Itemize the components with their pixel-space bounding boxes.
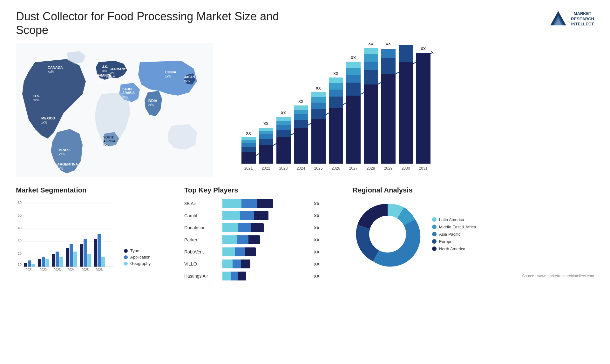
player-name-parker: Parker xyxy=(184,237,219,242)
player-row-3bair: 3B Air XX xyxy=(184,199,343,208)
legend-application-label: Application xyxy=(130,255,151,260)
svg-text:CHINA: CHINA xyxy=(165,70,176,74)
svg-text:xx%: xx% xyxy=(48,70,54,73)
svg-text:CANADA: CANADA xyxy=(48,65,63,69)
svg-text:2022: 2022 xyxy=(40,268,47,272)
svg-rect-47 xyxy=(259,131,273,134)
legend-geography: Geography xyxy=(124,261,151,266)
svg-rect-56 xyxy=(294,128,308,164)
svg-text:ARGENTINA: ARGENTINA xyxy=(57,162,78,166)
svg-text:2031: 2031 xyxy=(419,166,428,171)
svg-text:20: 20 xyxy=(18,252,22,255)
player-value-robovent: XX xyxy=(314,250,319,254)
segmentation-title: Market Segmentation xyxy=(16,186,175,194)
svg-rect-149 xyxy=(222,211,240,220)
svg-text:2023: 2023 xyxy=(279,166,288,171)
svg-rect-57 xyxy=(294,120,308,128)
svg-text:xx%: xx% xyxy=(184,79,190,83)
svg-rect-40 xyxy=(241,143,256,147)
svg-rect-64 xyxy=(311,103,326,109)
svg-text:MEXICO: MEXICO xyxy=(41,116,55,120)
svg-rect-121 xyxy=(31,264,35,267)
page-title: Dust Collector for Food Processing Marke… xyxy=(16,10,302,37)
svg-text:2027: 2027 xyxy=(349,166,358,171)
player-bar-hastingsair: XX xyxy=(222,272,343,280)
player-row-donaldson: Donaldson XX xyxy=(184,223,343,232)
svg-text:xx%: xx% xyxy=(110,71,115,75)
logo: MARKET RESEARCH INTELLECT xyxy=(549,10,594,29)
svg-rect-158 xyxy=(222,247,235,256)
player-name-robovent: RoboVent xyxy=(184,249,219,254)
player-name-hastingsair: Hastings Air xyxy=(184,273,219,279)
player-bar-camfil: XX xyxy=(222,211,343,220)
svg-text:xx%: xx% xyxy=(103,144,109,147)
svg-text:XX: XX xyxy=(368,43,373,46)
players-title: Top Key Players xyxy=(184,186,343,194)
svg-text:ITALY: ITALY xyxy=(106,75,115,79)
svg-text:xx%: xx% xyxy=(41,121,47,124)
svg-rect-155 xyxy=(222,235,237,244)
svg-rect-62 xyxy=(311,119,326,164)
svg-rect-74 xyxy=(346,96,361,164)
svg-rect-133 xyxy=(73,252,77,267)
svg-rect-44 xyxy=(259,145,273,164)
world-map: CANADA xx% U.S. xx% MEXICO xx% BRAZIL xx… xyxy=(16,43,213,177)
svg-text:10: 10 xyxy=(18,263,22,266)
svg-rect-93 xyxy=(416,53,430,164)
svg-text:xx%: xx% xyxy=(148,103,154,107)
player-name-3bair: 3B Air xyxy=(184,201,219,206)
svg-rect-127 xyxy=(52,254,55,267)
svg-rect-136 xyxy=(84,239,87,267)
svg-rect-38 xyxy=(241,152,256,164)
svg-text:XX: XX xyxy=(298,99,303,104)
svg-rect-90 xyxy=(399,62,413,164)
svg-rect-69 xyxy=(329,97,343,108)
svg-rect-65 xyxy=(311,97,326,103)
page-header: Dust Collector for Food Processing Marke… xyxy=(16,10,594,37)
reg-label-northam: North America xyxy=(439,246,465,251)
svg-point-165 xyxy=(369,216,406,253)
svg-text:2025: 2025 xyxy=(82,268,89,272)
player-name-camfil: Camfil xyxy=(184,213,219,218)
svg-text:SOUTH: SOUTH xyxy=(103,136,114,139)
svg-rect-140 xyxy=(98,234,101,267)
source-text: Source : www.marketresearchintellect.com xyxy=(353,274,594,278)
svg-rect-86 xyxy=(381,74,396,164)
svg-rect-123 xyxy=(38,259,41,267)
svg-rect-54 xyxy=(276,117,291,121)
player-bar-donaldson: XX xyxy=(222,223,343,232)
svg-rect-68 xyxy=(329,108,343,164)
svg-rect-131 xyxy=(66,248,69,267)
svg-rect-77 xyxy=(346,68,361,75)
player-value-parker: XX xyxy=(314,238,319,242)
reg-dot-apac xyxy=(432,232,437,236)
svg-text:30: 30 xyxy=(18,239,22,243)
player-name-donaldson: Donaldson xyxy=(184,225,219,230)
main-bar-chart: XX XX XX XX xyxy=(226,43,442,177)
svg-text:2024: 2024 xyxy=(297,166,305,171)
svg-rect-91 xyxy=(399,45,413,62)
player-value-donaldson: XX xyxy=(314,226,319,230)
svg-rect-53 xyxy=(276,121,291,125)
players-section: Top Key Players 3B Air XX xyxy=(184,183,343,284)
player-bar-3bair: XX xyxy=(222,199,343,208)
legend-geography-label: Geography xyxy=(130,261,151,266)
bar-chart-section: XX XX XX XX xyxy=(226,43,594,177)
svg-rect-78 xyxy=(346,62,361,68)
reg-label-latin: Latin America xyxy=(439,217,464,222)
svg-rect-125 xyxy=(45,259,49,267)
svg-text:2025: 2025 xyxy=(314,166,323,171)
player-name-villo: VILLO xyxy=(184,261,219,266)
svg-rect-84 xyxy=(364,48,378,54)
svg-text:XX: XX xyxy=(351,56,356,60)
svg-rect-83 xyxy=(364,54,378,62)
svg-text:40: 40 xyxy=(18,226,22,230)
player-bar-robovent: XX xyxy=(222,247,343,256)
svg-text:2021: 2021 xyxy=(26,268,33,272)
svg-rect-152 xyxy=(222,223,238,232)
player-row-villo: VILLO XX xyxy=(184,260,343,268)
player-value-3bair: XX xyxy=(314,201,319,206)
svg-rect-137 xyxy=(87,254,91,267)
svg-rect-39 xyxy=(241,147,256,152)
svg-text:xx%: xx% xyxy=(33,98,39,102)
